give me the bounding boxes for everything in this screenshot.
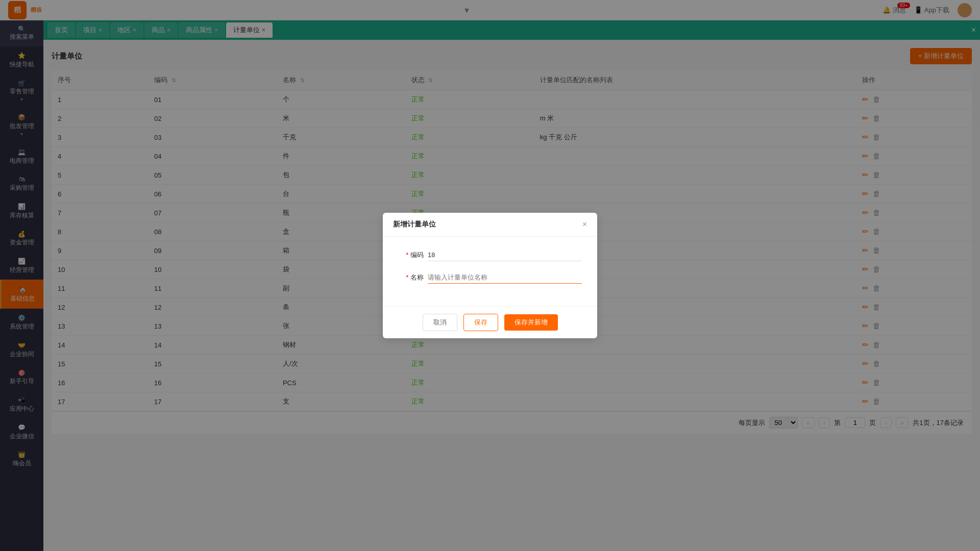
code-label: 编码 bbox=[398, 251, 424, 260]
code-input[interactable] bbox=[428, 249, 582, 261]
modal-overlay: 新增计量单位 × 编码 名称 取消 保存 保存并新增 bbox=[0, 0, 980, 551]
modal-title: 新增计量单位 bbox=[393, 220, 436, 229]
cancel-button[interactable]: 取消 bbox=[423, 314, 457, 331]
save-button[interactable]: 保存 bbox=[463, 314, 498, 331]
modal-close-button[interactable]: × bbox=[582, 220, 587, 229]
modal-dialog: 新增计量单位 × 编码 名称 取消 保存 保存并新增 bbox=[383, 213, 597, 338]
name-form-row: 名称 bbox=[398, 271, 582, 284]
modal-body: 编码 名称 bbox=[383, 237, 597, 306]
name-input[interactable] bbox=[428, 271, 582, 284]
modal-footer: 取消 保存 保存并新增 bbox=[383, 306, 597, 338]
code-form-row: 编码 bbox=[398, 249, 582, 261]
modal-header: 新增计量单位 × bbox=[383, 213, 597, 237]
save-and-new-button[interactable]: 保存并新增 bbox=[504, 314, 558, 331]
name-label: 名称 bbox=[398, 273, 424, 282]
